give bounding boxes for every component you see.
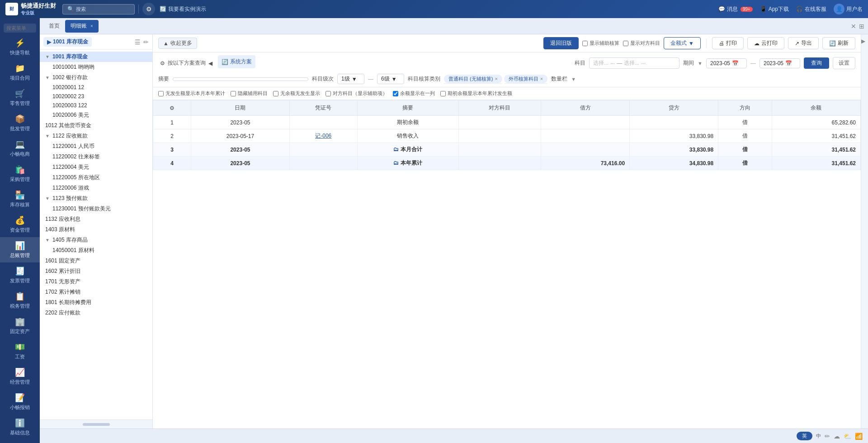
tree-item-1403[interactable]: 1403 原材料 bbox=[40, 224, 152, 235]
period-start-input[interactable]: 2023-05 📅 bbox=[706, 58, 747, 68]
tag-normal[interactable]: 普通科目 (无辅核算) × bbox=[444, 75, 502, 83]
sidebar-item-capital[interactable]: 💰 资金管理 bbox=[0, 212, 40, 237]
tab-close-all-icon[interactable]: ✕ bbox=[851, 23, 856, 30]
tree-item-11220004[interactable]: 11220004 美元 bbox=[40, 162, 152, 172]
tree-item-1702[interactable]: 1702 累计摊销 bbox=[40, 287, 152, 297]
query-search-btn[interactable]: 查询 bbox=[804, 57, 829, 69]
sidebar-item-basic[interactable]: ℹ️ 基础信息 bbox=[0, 414, 40, 440]
sidebar-item-reports[interactable]: 📝 小畅报销 bbox=[0, 389, 40, 414]
cb-no-balance-input[interactable] bbox=[273, 91, 278, 96]
calendar-end-icon[interactable]: 📅 bbox=[785, 60, 792, 67]
period-dropdown-icon[interactable]: ▼ bbox=[698, 61, 703, 66]
th-settings[interactable]: ⚙ bbox=[153, 100, 191, 116]
tree-item-11220005[interactable]: 11220005 所在地区 bbox=[40, 172, 152, 183]
summary-input[interactable] bbox=[173, 77, 308, 81]
edit-bottom-icon[interactable]: ✏ bbox=[825, 433, 830, 440]
cloud-bottom-icon[interactable]: ☁ bbox=[834, 433, 840, 440]
tree-item-1001[interactable]: ▼ 1001 库存现金 bbox=[40, 52, 152, 62]
amount-format-btn[interactable]: 金额式 ▼ bbox=[664, 37, 701, 49]
subject-input[interactable]: 选择... ··· — 选择... ··· bbox=[589, 57, 679, 69]
tree-item-1132[interactable]: 1132 应收利息 bbox=[40, 214, 152, 224]
refresh-btn[interactable]: 🔄 刷新 bbox=[822, 37, 855, 49]
tab-close-icon[interactable]: × bbox=[90, 24, 93, 29]
collapse-more-btn[interactable]: ▲ 收起更多 bbox=[158, 38, 197, 49]
tab-home[interactable]: 首页 bbox=[43, 20, 65, 33]
tag-foreign-close[interactable]: × bbox=[540, 76, 543, 81]
edit-icon[interactable]: ✏ bbox=[143, 38, 149, 46]
cb-opposite[interactable]: 对方科目（显示辅助项） bbox=[326, 90, 387, 97]
export-btn[interactable]: ↗ 导出 bbox=[788, 37, 819, 49]
sidebar-search-box[interactable] bbox=[4, 24, 36, 33]
return-old-btn[interactable]: 退回旧版 bbox=[543, 37, 579, 49]
sidebar-item-invoice[interactable]: 🧾 发票管理 bbox=[0, 262, 40, 288]
cloud2-bottom-icon[interactable]: ⛅ bbox=[844, 433, 851, 440]
query-settings-btn[interactable]: 设置 bbox=[833, 57, 855, 69]
sidebar-item-ledger[interactable]: 📊 总账管理 bbox=[0, 237, 40, 262]
top-search-box[interactable]: 🔍 搜索 bbox=[62, 4, 135, 14]
tree-item-1801[interactable]: 1801 长期待摊费用 bbox=[40, 297, 152, 308]
show-assist-checkbox[interactable]: 显示辅助核算 bbox=[582, 40, 619, 47]
level-start-select[interactable]: 1级 ▼ bbox=[337, 74, 364, 84]
cb-hide-assist[interactable]: 隐藏辅用科目 bbox=[231, 90, 268, 97]
cb-opposite-input[interactable] bbox=[326, 91, 331, 96]
print-btn[interactable]: 🖨 打印 bbox=[712, 37, 744, 49]
settings-icon-btn[interactable]: ⚙ bbox=[142, 3, 155, 15]
tree-item-2202[interactable]: 2202 应付账款 bbox=[40, 308, 152, 318]
tree-item-11220006[interactable]: 11220006 游戏 bbox=[40, 183, 152, 193]
level-end-select[interactable]: 6级 ▼ bbox=[377, 74, 404, 84]
sidebar-search-input[interactable] bbox=[4, 24, 36, 33]
tag-foreign[interactable]: 外币核算科目 × bbox=[504, 75, 547, 83]
show-assist-input[interactable] bbox=[582, 41, 588, 46]
demo-link[interactable]: 🔄 我要看实例演示 bbox=[160, 5, 206, 13]
sidebar-item-assets[interactable]: 🏢 固定资产 bbox=[0, 313, 40, 338]
tree-item-1002[interactable]: ▼ 1002 银行存款 bbox=[40, 72, 152, 83]
tree-item-10010001[interactable]: 10010001 哟哟哟 bbox=[40, 62, 152, 72]
show-opposite-input[interactable] bbox=[623, 41, 628, 46]
tab-ledger[interactable]: 明细账 × bbox=[65, 20, 99, 33]
cb-balance-one-col[interactable]: 余额显示在一列 bbox=[393, 90, 435, 97]
tree-item-10020003[interactable]: 10020003 122 bbox=[40, 101, 152, 110]
tree-item-1602[interactable]: 1602 累计折旧 bbox=[40, 266, 152, 276]
cb-no-balance[interactable]: 无余额无发生显示 bbox=[273, 90, 320, 97]
tree-item-14050001[interactable]: 14050001 原材料 bbox=[40, 245, 152, 256]
sidebar-item-inventory[interactable]: 🏪 库存核算 bbox=[0, 186, 40, 212]
sidebar-item-wholesale[interactable]: 📦 批发管理 bbox=[0, 110, 40, 136]
filter-collapse-icon[interactable]: ◀ bbox=[208, 60, 212, 67]
tree-item-11230001[interactable]: 11230001 预付账款美元 bbox=[40, 204, 152, 214]
tree-item-1122[interactable]: ▼ 1122 应收账款 bbox=[40, 131, 152, 141]
list-view-icon[interactable]: ☰ bbox=[135, 38, 141, 46]
cb-begin-balance-input[interactable] bbox=[440, 91, 446, 96]
filter-scheme-btn[interactable]: 🔄 系统方案 bbox=[218, 55, 255, 68]
tree-item-1123[interactable]: ▼ 1123 预付账款 bbox=[40, 193, 152, 204]
user-avatar[interactable]: 👤 用户名 bbox=[834, 4, 863, 14]
show-opposite-checkbox[interactable]: 显示对方科目 bbox=[623, 40, 660, 47]
tag-normal-close[interactable]: × bbox=[495, 76, 497, 81]
cb-hide-assist-input[interactable] bbox=[231, 91, 236, 96]
cb-no-occur[interactable]: 无发生额显示本月本年累计 bbox=[158, 90, 225, 97]
sidebar-item-ecommerce[interactable]: 💻 小畅电商 bbox=[0, 136, 40, 161]
tree-item-10020002[interactable]: 10020002 23 bbox=[40, 92, 152, 101]
calendar-start-icon[interactable]: 📅 bbox=[732, 60, 739, 67]
message-btn[interactable]: 💬 消息 99+ bbox=[718, 5, 753, 13]
period-end-input[interactable]: 2023-05 📅 bbox=[760, 58, 800, 68]
tree-item-11220002[interactable]: 11220002 往来标签 bbox=[40, 152, 152, 162]
tree-item-10020001[interactable]: 10020001 12 bbox=[40, 83, 152, 92]
sidebar-item-purchase[interactable]: 🛍️ 采购管理 bbox=[0, 161, 40, 186]
sidebar-item-system[interactable]: ⚙️ 系统管理 bbox=[0, 440, 40, 443]
sidebar-item-quicknav[interactable]: ⚡ 快捷导航 bbox=[0, 34, 40, 60]
tab-maximize-icon[interactable]: ⊞ bbox=[859, 23, 864, 30]
wifi-bottom-icon[interactable]: 📶 bbox=[855, 433, 863, 440]
cb-begin-balance[interactable]: 期初余额显示本年累计发生额 bbox=[440, 90, 512, 97]
voucher-link-2[interactable]: 记-006 bbox=[315, 133, 331, 139]
tree-item-1701[interactable]: 1701 无形资产 bbox=[40, 276, 152, 287]
cb-balance-one-col-input[interactable] bbox=[393, 91, 398, 96]
sidebar-item-project[interactable]: 📁 项目合同 bbox=[0, 60, 40, 85]
right-collapse-btn[interactable]: ▶ bbox=[861, 34, 868, 429]
tree-item-10020006[interactable]: 10020006 美元 bbox=[40, 110, 152, 120]
cb-no-occur-input[interactable] bbox=[158, 91, 164, 96]
quantity-chevron[interactable]: ▼ bbox=[571, 76, 576, 82]
online-service-btn[interactable]: 🎧 在线客服 bbox=[796, 5, 826, 13]
account-tree-selected[interactable]: ▶ 1001 库存现金 bbox=[43, 37, 92, 47]
tree-item-1012[interactable]: 1012 其他货币资金 bbox=[40, 120, 152, 131]
app-download-btn[interactable]: 📱 App下载 bbox=[760, 5, 789, 13]
